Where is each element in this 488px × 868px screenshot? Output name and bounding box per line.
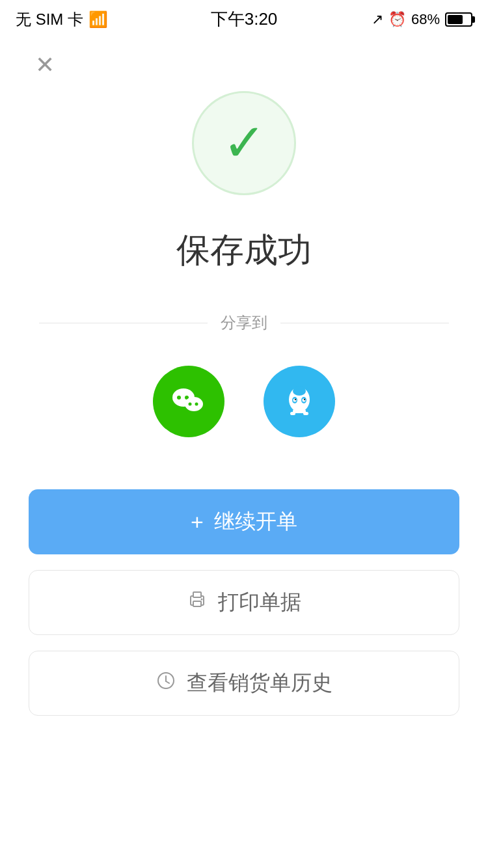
continue-button[interactable]: + 继续开单 bbox=[29, 489, 459, 554]
history-button[interactable]: 查看销货单历史 bbox=[29, 651, 459, 716]
print-label: 打印单据 bbox=[218, 588, 301, 617]
divider-left bbox=[39, 323, 208, 323]
svg-rect-9 bbox=[290, 412, 295, 415]
qq-share-button[interactable] bbox=[264, 366, 335, 437]
battery-percent: 68% bbox=[411, 11, 440, 28]
status-bar: 无 SIM 卡 📶 下午3:20 ↗ ⏰ 68% bbox=[0, 0, 488, 39]
checkmark-icon: ✓ bbox=[223, 117, 266, 169]
clock-icon bbox=[156, 670, 176, 696]
wechat-icon bbox=[169, 382, 208, 421]
battery-fill bbox=[448, 15, 463, 24]
close-button[interactable]: ✕ bbox=[29, 49, 61, 81]
svg-rect-19 bbox=[193, 601, 201, 606]
svg-point-16 bbox=[304, 399, 305, 400]
svg-point-3 bbox=[185, 397, 203, 411]
location-icon: ↗ bbox=[372, 11, 383, 28]
svg-point-7 bbox=[293, 387, 306, 396]
action-buttons: + 继续开单 打印单据 bbox=[0, 489, 488, 716]
wifi-icon: 📶 bbox=[88, 10, 108, 29]
svg-line-23 bbox=[166, 681, 169, 683]
print-icon bbox=[187, 590, 208, 616]
history-label: 查看销货单历史 bbox=[187, 669, 332, 698]
success-title: 保存成功 bbox=[176, 228, 312, 273]
svg-rect-10 bbox=[303, 412, 308, 415]
share-label: 分享到 bbox=[208, 312, 280, 333]
svg-point-4 bbox=[189, 403, 192, 406]
continue-label: 继续开单 bbox=[214, 508, 297, 536]
plus-icon: + bbox=[191, 509, 204, 535]
share-divider: 分享到 bbox=[0, 312, 488, 333]
battery-box bbox=[445, 12, 472, 27]
success-circle: ✓ bbox=[192, 91, 296, 195]
main-content: ✓ 保存成功 分享到 bbox=[0, 39, 488, 716]
svg-point-1 bbox=[177, 396, 181, 400]
print-button[interactable]: 打印单据 bbox=[29, 570, 459, 635]
status-time: 下午3:20 bbox=[211, 8, 278, 31]
alarm-icon: ⏰ bbox=[388, 11, 406, 28]
divider-right bbox=[280, 323, 449, 323]
status-left: 无 SIM 卡 📶 bbox=[16, 9, 108, 30]
share-icons-container bbox=[153, 366, 335, 437]
close-icon: ✕ bbox=[35, 53, 55, 77]
svg-point-5 bbox=[195, 403, 198, 406]
svg-point-15 bbox=[295, 399, 296, 400]
battery-indicator bbox=[445, 12, 472, 27]
qq-icon bbox=[280, 382, 319, 421]
svg-point-20 bbox=[201, 599, 203, 601]
wechat-share-button[interactable] bbox=[153, 366, 224, 437]
svg-rect-18 bbox=[193, 592, 201, 597]
no-sim-text: 无 SIM 卡 bbox=[16, 9, 83, 30]
status-right: ↗ ⏰ 68% bbox=[372, 11, 472, 28]
